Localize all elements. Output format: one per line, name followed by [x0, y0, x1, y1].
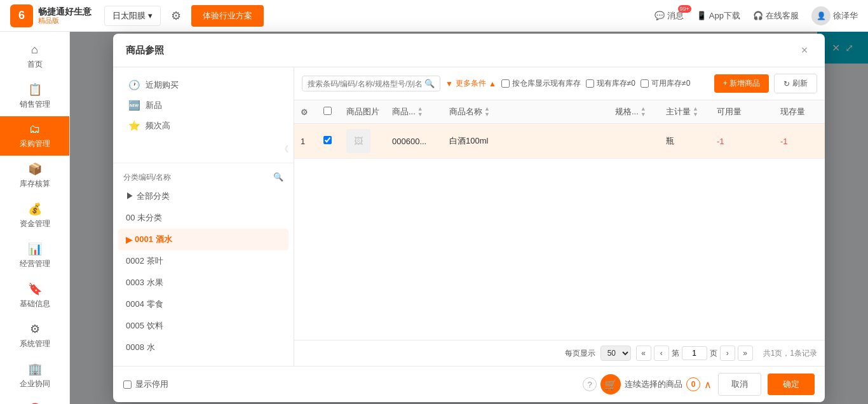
pagination-row: 每页显示 50 « ‹ 第 页 › » [294, 340, 825, 366]
category-label: 00 未分类 [126, 212, 162, 224]
sidebar-item-home[interactable]: ⌂ 首页 [0, 37, 69, 76]
category-label: 0001 酒水 [135, 234, 172, 245]
next-page-btn[interactable]: › [720, 346, 735, 361]
sidebar-item-basic[interactable]: 🔖 基础信息 [0, 276, 69, 316]
purchase-icon: 🗂 [29, 123, 41, 136]
row-num: 1 [294, 124, 317, 159]
app-download-item[interactable]: 📱 App下载 [696, 10, 740, 22]
check-usable-label[interactable]: 可用库存≠0 [641, 78, 690, 89]
category-liquor[interactable]: ▶ 0001 酒水 [118, 229, 288, 250]
business-icon: 📊 [28, 242, 42, 256]
user-item[interactable]: 👤 徐泽华 [811, 6, 858, 25]
dialog-right-panel: 🔍 ▼ 更多条件 ▲ 按仓库显示现有库存 [294, 67, 825, 366]
nav-selector-dropdown[interactable]: 日太阳膜 ▾ [104, 6, 161, 26]
row-stock: -1 [774, 124, 825, 159]
sidebar-item-inventory[interactable]: 📦 库存核算 [0, 156, 69, 196]
category-tea[interactable]: 0002 茶叶 [118, 250, 288, 272]
product-search-input[interactable] [308, 79, 422, 88]
headset-icon: 🎧 [753, 11, 763, 20]
check-warehouse[interactable] [501, 79, 510, 88]
first-page-btn[interactable]: « [636, 346, 651, 361]
page-input[interactable] [682, 346, 707, 360]
refresh-label: 刷新 [792, 78, 808, 89]
check-available[interactable] [586, 79, 594, 88]
sort-arrows-unit: ▲▼ [693, 106, 698, 118]
last-page-btn[interactable]: » [738, 346, 753, 361]
col-image-label: 商品图片 [346, 107, 379, 116]
experience-btn[interactable]: 体验行业方案 [191, 5, 264, 27]
new-icon: 🆕 [128, 100, 140, 111]
refresh-btn[interactable]: ↻ 刷新 [774, 74, 817, 93]
filter-arrow-icon: ▲ [489, 79, 496, 88]
category-uncategorized[interactable]: 00 未分类 [118, 207, 288, 229]
col-unit-header[interactable]: 主计量 ▲▼ [660, 100, 710, 124]
add-product-btn[interactable]: + 新增商品 [714, 74, 769, 93]
check-usable-text: 可用库存≠0 [651, 78, 690, 89]
table-row[interactable]: 1 🖼 [294, 124, 825, 159]
dialog-header: 商品参照 × [113, 34, 825, 67]
cart-label: 连续选择的商品 [625, 379, 682, 390]
sidebar-label-finance: 资金管理 [20, 219, 50, 229]
check-warehouse-label[interactable]: 按仓库显示现有库存 [501, 78, 581, 89]
col-name-header[interactable]: 商品名称 ▲▼ [443, 100, 609, 124]
message-icon: 💬 [654, 11, 665, 20]
main-layout: ⌂ 首页 📋 销售管理 🗂 采购管理 📦 库存核算 💰 资金管理 📊 经营管理 … [0, 32, 868, 404]
gear-icon[interactable]: ⚙ [301, 107, 308, 117]
check-warehouse-text: 按仓库显示现有库存 [512, 78, 581, 89]
customer-service-item[interactable]: 🎧 在线客服 [753, 10, 799, 22]
col-spec-header[interactable]: 规格... ▲▼ [609, 100, 660, 124]
category-water[interactable]: 0008 水 [118, 337, 288, 358]
sidebar-item-guide[interactable]: 🎯 新手引导 [0, 396, 69, 404]
select-all-checkbox[interactable] [323, 107, 332, 115]
sidebar-item-sales[interactable]: 📋 销售管理 [0, 76, 69, 116]
cancel-btn[interactable]: 取消 [718, 373, 761, 396]
cart-count-badge: 0 [686, 377, 700, 391]
category-beverage[interactable]: 0005 饮料 [118, 315, 288, 337]
recent-purchase-item[interactable]: 🕐 近期购买 [123, 75, 283, 95]
sidebar-item-purchase[interactable]: 🗂 采购管理 [0, 116, 69, 156]
category-snack[interactable]: 0004 零食 [118, 293, 288, 315]
check-usable[interactable] [641, 79, 649, 88]
sidebar-item-business[interactable]: 📊 经营管理 [0, 236, 69, 276]
confirm-btn[interactable]: 确定 [768, 374, 815, 395]
prev-page-btn[interactable]: ‹ [654, 346, 669, 361]
category-label: 0008 水 [126, 342, 155, 353]
category-fruit[interactable]: 0003 水果 [118, 272, 288, 293]
high-freq-item[interactable]: ⭐ 频次高 [123, 116, 283, 136]
search-icon[interactable]: 🔍 [273, 172, 283, 182]
category-search-input[interactable] [123, 173, 269, 182]
search-icon[interactable]: 🔍 [424, 79, 435, 88]
row-checkbox[interactable] [323, 136, 332, 144]
table-header-row: ⚙ 商品图片 [294, 100, 825, 124]
messages-item[interactable]: 💬 消息 99+ [654, 10, 684, 22]
footer-right: ? 🛒 连续选择的商品 0 ∧ 取消 确定 [583, 373, 815, 396]
category-all[interactable]: ▶ 全部分类 [118, 185, 288, 207]
check-available-label[interactable]: 现有库存≠0 [586, 78, 635, 89]
app-label: App下载 [709, 10, 740, 22]
per-page-select[interactable]: 50 [600, 346, 631, 361]
sidebar-item-finance[interactable]: 💰 资金管理 [0, 196, 69, 236]
toolbar-row: 🔍 ▼ 更多条件 ▲ 按仓库显示现有库存 [294, 67, 825, 100]
help-icon[interactable]: ? [583, 377, 597, 391]
refresh-icon: ↻ [783, 79, 790, 88]
show-disabled-label[interactable]: 显示停用 [123, 379, 168, 390]
new-product-item[interactable]: 🆕 新品 [123, 95, 283, 116]
category-label: ▶ 全部分类 [126, 191, 170, 202]
col-code-header[interactable]: 商品... ▲▼ [386, 100, 443, 124]
dialog-close-btn[interactable]: × [797, 43, 812, 58]
filter-btn[interactable]: ▼ 更多条件 ▲ [445, 78, 496, 89]
avatar: 👤 [811, 6, 831, 25]
sort-arrows-spec: ▲▼ [641, 106, 646, 118]
sidebar-label-enterprise: 企业协同 [20, 379, 50, 389]
product-reference-dialog: 商品参照 × 🕐 近期购买 🆕 [113, 34, 825, 402]
sidebar-item-enterprise[interactable]: 🏢 企业协同 [0, 356, 69, 396]
col-available-header: 可用量 [710, 100, 774, 124]
collapse-btn[interactable]: 《 [113, 141, 294, 158]
collapse-icon[interactable]: ∧ [704, 379, 712, 391]
row-available: -1 [710, 124, 774, 159]
settings-icon[interactable]: ⚙ [166, 6, 186, 26]
sales-icon: 📋 [28, 83, 42, 97]
cart-icon[interactable]: 🛒 [600, 374, 621, 394]
show-disabled-checkbox[interactable] [123, 380, 132, 389]
sidebar-item-system[interactable]: ⚙ 系统管理 [0, 316, 69, 356]
